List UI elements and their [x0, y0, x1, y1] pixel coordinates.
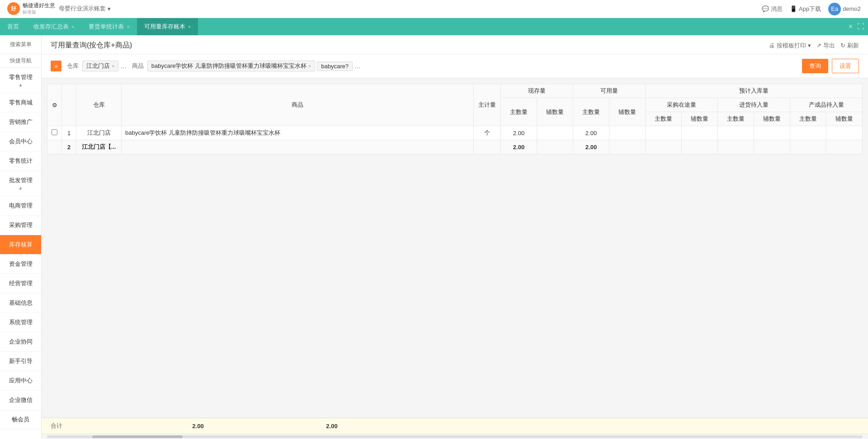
sidebar-item-system-label: 系统管理 — [9, 318, 33, 326]
sidebar-item-wholesale-label: 批发管理 — [9, 176, 33, 184]
tab-inventory[interactable]: 可用量库存账本 × — [137, 18, 198, 35]
row2-stock-sub — [537, 140, 573, 154]
warehouse-filter-more[interactable]: ... — [120, 62, 126, 70]
sidebar-item-inventory-mgmt[interactable]: 库存核算 — [0, 235, 41, 255]
warehouse-tag-0[interactable]: 江北门店 × — [82, 61, 118, 71]
message-btn[interactable]: 💬 消息 — [762, 5, 783, 13]
maximize-btn[interactable]: ⛶ — [857, 23, 864, 31]
query-btn[interactable]: 查询 — [802, 59, 828, 73]
row1-pit-main — [718, 126, 754, 140]
chevron-down-icon: ▾ — [808, 42, 811, 49]
sidebar-item-wholesale[interactable]: 批发管理 ▲ — [0, 171, 41, 196]
tab-home[interactable]: 首页 — [0, 18, 26, 35]
sidebar-item-enterprise[interactable]: 企业协同 — [0, 332, 41, 352]
close-all-btn[interactable]: × — [849, 23, 853, 31]
sidebar-item-ecommerce-label: 电商管理 — [9, 202, 33, 210]
row2-avail-sub — [609, 140, 646, 154]
warehouse-filter-tags: 江北门店 × ... — [82, 61, 127, 71]
sidebar-item-ecommerce[interactable]: 电商管理 — [0, 196, 41, 216]
quick-nav-btn[interactable]: 快捷导航 — [0, 54, 41, 68]
export-btn[interactable]: ↗ 导出 — [816, 42, 835, 50]
goods-tag-0[interactable]: babycare学饮杯 儿童防摔防撞吸管杯重力球吸嘴杯宝宝水杯 × — [147, 61, 316, 71]
warehouse-tag-0-close[interactable]: × — [112, 63, 114, 69]
industry-select[interactable]: 母婴行业演示账套 ▾ — [59, 5, 111, 13]
th-avail-main: 主数量 — [573, 98, 609, 126]
row1-pp-sub — [826, 126, 863, 140]
sidebar-item-retail-stats[interactable]: 零售统计 — [0, 151, 41, 171]
app-download-btn[interactable]: 📱 App下载 — [790, 5, 821, 13]
row1-avail-sub — [609, 126, 646, 140]
orders-tab-label: 要货单统计表 — [89, 23, 124, 31]
sidebar-item-new-guide-label: 新手引导 — [9, 357, 33, 365]
refresh-btn[interactable]: ↻ 刷新 — [840, 42, 859, 50]
row2-pp-main — [790, 140, 826, 154]
sidebar-item-member-program[interactable]: 畅会员 — [0, 410, 41, 430]
th-avail-sub: 辅数量 — [609, 98, 646, 126]
nav-tabs: 首页 收发存汇总表 × 要货单统计表 × 可用量库存账本 × × ⛶ — [0, 18, 868, 35]
row1-pon-sub — [682, 126, 718, 140]
search-menu-btn[interactable]: 搜索菜单 — [4, 39, 38, 50]
template-print-btn[interactable]: 🖨 按模板打印 ▾ — [769, 42, 811, 50]
sidebar-item-retail-mall[interactable]: 零售商城 — [0, 93, 41, 113]
warehouse-filter-label: 仓库 — [67, 62, 79, 70]
sidebar-item-new-guide[interactable]: 新手引导 — [0, 352, 41, 371]
sidebar-item-enterprise-wechat[interactable]: 企业微信 — [0, 391, 41, 410]
chevron-down-icon: ▲ — [19, 185, 23, 190]
settings-btn[interactable]: 设置 — [832, 59, 859, 73]
th-purchase-on-way: 采购在途量 — [646, 98, 718, 112]
user-profile[interactable]: Ea demo2 — [828, 3, 861, 15]
sidebar-item-app-center[interactable]: 应用中心 — [0, 371, 41, 391]
goods-tag-0-close[interactable]: × — [308, 63, 311, 69]
row2-no: 2 — [62, 140, 76, 154]
th-warehouse: 仓库 — [76, 84, 122, 126]
th-available: 可用量 — [573, 84, 646, 98]
page-header: 可用量查询(按仓库+商品) 🖨 按模板打印 ▾ ↗ 导出 ↻ 刷新 — [42, 35, 868, 54]
receipts-tab-close[interactable]: × — [71, 24, 74, 29]
sidebar-item-finance[interactable]: 资金管理 — [0, 255, 41, 274]
th-purchase-in-transit: 进货待入量 — [718, 98, 790, 112]
row1-check[interactable] — [47, 126, 62, 140]
row2-pon-sub — [682, 140, 718, 154]
goods-filter-more[interactable]: ... — [354, 62, 360, 70]
sidebar-item-retail[interactable]: 零售管理 ▲ — [0, 68, 41, 93]
filter-bar: » 仓库 江北门店 × ... 商品 babycare学饮杯 儿童防摔防撞吸管杯… — [42, 54, 868, 78]
footer-avail-main: 2.00 — [278, 423, 386, 430]
scroll-bar-track[interactable] — [47, 435, 863, 438]
row1-pp-main — [790, 126, 826, 140]
chevron-down-icon: ▲ — [19, 82, 23, 87]
row1-goods: babycare学饮杯 儿童防摔防撞吸管杯重力球吸嘴杯宝宝水杯 — [122, 126, 474, 140]
th-goods: 商品 — [122, 84, 474, 126]
tab-receipts[interactable]: 收发存汇总表 × — [26, 18, 81, 35]
th-purchase-on-way-main: 主数量 — [646, 112, 682, 126]
row2-avail-main: 2.00 — [573, 140, 609, 154]
scroll-bar-thumb[interactable] — [92, 435, 183, 438]
sidebar-item-basic[interactable]: 基础信息 — [0, 293, 41, 313]
sidebar-item-member[interactable]: 会员中心 — [0, 132, 41, 151]
th-stock-main: 主数量 — [501, 98, 537, 126]
sidebar-item-system[interactable]: 系统管理 — [0, 313, 41, 332]
th-planned-in: 预计入库量 — [646, 84, 863, 98]
sidebar-item-purchase-label: 采购管理 — [9, 221, 33, 229]
logo-text: 畅捷通好生意 — [23, 2, 55, 9]
goods-tag-1[interactable]: babycare? — [317, 61, 353, 71]
tab-orders[interactable]: 要货单统计表 × — [81, 18, 137, 35]
table-header-row-1: ⚙ 仓库 商品 主计量 现存量 可用量 预计入库量 — [47, 84, 863, 98]
sidebar-item-marketing[interactable]: 营销推广 — [0, 113, 41, 132]
row1-pon-main — [646, 126, 682, 140]
sidebar-item-purchase[interactable]: 采购管理 — [0, 216, 41, 235]
inventory-tab-close[interactable]: × — [188, 24, 191, 29]
orders-tab-close[interactable]: × — [127, 24, 129, 29]
logo-area: 好 畅捷通好生意 标准版 — [7, 2, 55, 15]
goods-tag-1-text: babycare? — [321, 63, 349, 70]
th-no — [62, 84, 76, 126]
row2-pit-sub — [754, 140, 790, 154]
sidebar-item-enterprise-label: 企业协同 — [9, 338, 33, 346]
row1-checkbox[interactable] — [52, 129, 57, 135]
th-product-pending: 产成品待入量 — [790, 98, 863, 112]
row2-check[interactable] — [47, 140, 62, 154]
filter-expand-btn[interactable]: » — [51, 61, 61, 71]
nav-tab-actions: × ⛶ — [849, 23, 868, 31]
row1-no: 1 — [62, 126, 76, 140]
sidebar-item-operations[interactable]: 经营管理 — [0, 274, 41, 293]
row1-unit: 个 — [474, 126, 501, 140]
